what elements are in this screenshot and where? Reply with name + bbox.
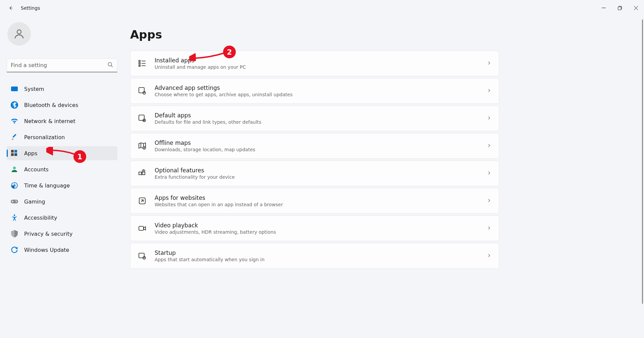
card-desc: Downloads, storage location, map updates (155, 147, 479, 152)
page-title: Apps (130, 28, 637, 41)
svg-rect-6 (11, 150, 14, 153)
chevron-right-icon (487, 115, 491, 122)
chevron-right-icon (487, 225, 491, 232)
annotation-arrow-2 (189, 51, 226, 61)
svg-rect-29 (139, 253, 144, 258)
scrollbar-thumb[interactable] (642, 19, 643, 304)
sidebar-item-accounts[interactable]: Accounts (7, 162, 117, 176)
card-title: Default apps (155, 112, 479, 119)
chevron-right-icon (487, 60, 491, 67)
sidebar-item-accessibility[interactable]: Accessibility (7, 211, 117, 225)
accounts-icon (11, 166, 18, 173)
annotation-arrow-1 (46, 147, 76, 159)
sidebar-item-label: Bluetooth & devices (24, 102, 78, 108)
window-title: Settings (21, 5, 40, 11)
card-desc: Websites that can open in an app instead… (155, 202, 479, 207)
maximize-button[interactable] (612, 0, 628, 16)
search-input[interactable] (7, 58, 117, 72)
sidebar-item-label: Network & internet (24, 118, 75, 124)
close-button[interactable] (628, 0, 644, 16)
accessibility-icon (11, 214, 18, 221)
sidebar-item-time[interactable]: Time & language (7, 178, 117, 192)
sidebar-item-label: Privacy & security (24, 231, 72, 237)
annotation-badge-2: 2 (223, 46, 236, 58)
svg-rect-25 (142, 172, 145, 175)
card-default-apps[interactable]: Default apps Defaults for file and link … (130, 106, 499, 131)
back-arrow-icon (8, 5, 14, 11)
network-icon (11, 117, 18, 125)
card-desc: Video adjustments, HDR streaming, batter… (155, 229, 479, 235)
card-apps-for-websites[interactable]: Apps for websites Websites that can open… (130, 188, 499, 214)
card-optional-features[interactable]: Optional features Extra functionality fo… (130, 161, 499, 186)
card-title: Optional features (155, 167, 479, 174)
sidebar-item-label: Accounts (24, 166, 49, 173)
apps-icon (11, 150, 18, 157)
chevron-right-icon (487, 88, 491, 94)
svg-point-4 (108, 62, 112, 66)
card-title: Apps for websites (155, 194, 479, 201)
video-playback-icon (138, 224, 147, 232)
installed-apps-icon (138, 59, 147, 67)
default-apps-icon (138, 114, 147, 122)
svg-rect-18 (139, 65, 140, 66)
sidebar-item-gaming[interactable]: Gaming (7, 194, 117, 209)
advanced-settings-icon (138, 87, 147, 95)
sidebar-item-label: Windows Update (24, 247, 69, 253)
svg-rect-16 (139, 60, 140, 62)
scrollbar[interactable] (641, 19, 643, 335)
card-video-playback[interactable]: Video playback Video adjustments, HDR st… (130, 216, 499, 241)
optional-features-icon (138, 169, 147, 177)
card-startup[interactable]: Startup Apps that start automatically wh… (130, 243, 499, 269)
sidebar-item-label: System (24, 86, 44, 92)
card-title: Video playback (155, 222, 479, 229)
chevron-right-icon (487, 253, 491, 259)
nav-list: System Bluetooth & devices Network & int… (7, 82, 117, 257)
sidebar-item-bluetooth[interactable]: Bluetooth & devices (7, 98, 117, 112)
card-desc: Apps that start automatically when you s… (155, 257, 479, 262)
update-icon (11, 246, 18, 253)
sidebar-item-personalization[interactable]: Personalization (7, 130, 117, 144)
card-desc: Uninstall and manage apps on your PC (155, 64, 479, 70)
time-icon (11, 182, 18, 189)
sidebar-item-windows-update[interactable]: Windows Update (7, 243, 117, 257)
close-icon (634, 6, 638, 10)
sidebar-item-label: Apps (24, 150, 38, 157)
svg-point-13 (15, 201, 16, 202)
svg-rect-28 (139, 226, 144, 230)
card-list: Installed apps Uninstall and manage apps… (130, 51, 499, 269)
gaming-icon (11, 198, 18, 205)
sidebar-item-label: Gaming (24, 199, 45, 205)
sidebar: System Bluetooth & devices Network & int… (0, 16, 124, 338)
svg-point-15 (14, 214, 15, 216)
sidebar-item-label: Accessibility (24, 215, 57, 221)
svg-rect-9 (14, 153, 17, 156)
sidebar-item-privacy[interactable]: Privacy & security (7, 227, 117, 241)
card-desc: Defaults for file and link types, other … (155, 119, 479, 125)
avatar[interactable] (7, 22, 31, 46)
card-installed-apps[interactable]: Installed apps Uninstall and manage apps… (130, 51, 499, 76)
svg-point-14 (16, 202, 17, 203)
sidebar-item-system[interactable]: System (7, 82, 117, 96)
card-title: Offline maps (155, 139, 479, 146)
search-box (7, 58, 117, 72)
chevron-right-icon (487, 198, 491, 204)
card-desc: Extra functionality for your device (155, 174, 479, 180)
main-content: Apps Installed apps Uninstall and manage… (124, 16, 644, 338)
card-offline-maps[interactable]: Offline maps Downloads, storage location… (130, 133, 499, 159)
card-advanced-app-settings[interactable]: Advanced app settings Choose where to ge… (130, 78, 499, 104)
personalization-icon (11, 133, 18, 141)
svg-point-3 (17, 30, 21, 34)
apps-websites-icon (138, 197, 147, 205)
minimize-button[interactable] (596, 0, 612, 16)
back-button[interactable] (7, 5, 14, 11)
titlebar: Settings (0, 0, 644, 16)
search-icon (107, 62, 113, 69)
card-title: Advanced app settings (155, 84, 479, 91)
svg-rect-5 (12, 134, 16, 138)
svg-rect-0 (602, 8, 606, 8)
offline-maps-icon (138, 142, 147, 150)
chevron-right-icon (487, 143, 491, 149)
sidebar-item-label: Personalization (24, 134, 65, 140)
sidebar-item-network[interactable]: Network & internet (7, 114, 117, 128)
chevron-right-icon (487, 170, 491, 177)
